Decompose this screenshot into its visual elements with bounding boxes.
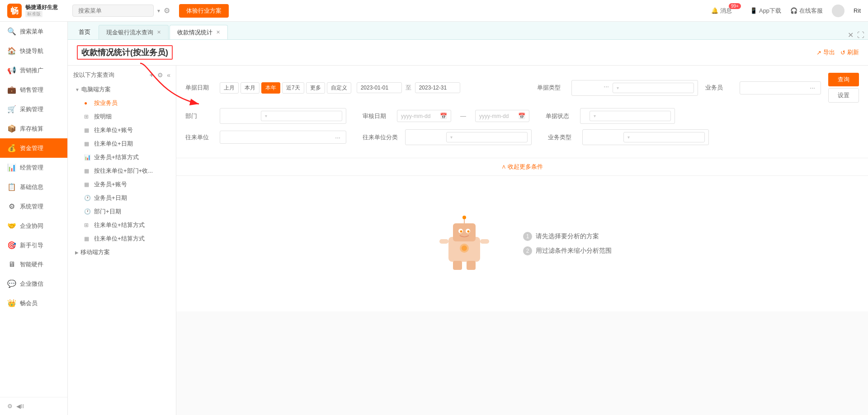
sidebar-item-wechat[interactable]: 💬 企业微信 bbox=[0, 274, 67, 293]
user-avatar[interactable] bbox=[832, 5, 844, 17]
tab-bank-flow[interactable]: 现金银行流水查询 ✕ bbox=[99, 25, 169, 39]
partner-more-icon[interactable]: ··· bbox=[333, 134, 342, 141]
audit-start-placeholder: yyyy-mm-dd bbox=[401, 113, 430, 119]
scheme-item-dept-date[interactable]: 🕐 部门+日期 bbox=[71, 205, 172, 218]
sidebar-item-finance[interactable]: 💰 资金管理 bbox=[0, 138, 67, 158]
collab-icon: 🤝 bbox=[7, 222, 16, 230]
doc-type-arrow-icon: ▾ bbox=[613, 83, 694, 93]
date-btn-last-month[interactable]: 上月 bbox=[220, 82, 239, 94]
sidebar-item-system[interactable]: ⚙ 系统管理 bbox=[0, 197, 67, 216]
date-btn-7days[interactable]: 近7天 bbox=[282, 82, 304, 94]
collapse-sidebar-icon[interactable]: ◀II bbox=[16, 403, 24, 410]
dept-select[interactable]: ▾ bbox=[220, 108, 346, 124]
settings-button[interactable]: 设置 bbox=[828, 88, 859, 103]
tab-bank-flow-label: 现金银行流水查询 bbox=[106, 28, 153, 37]
scheme-item-partner-settlement2[interactable]: ▦ 往来单位+结算方式 bbox=[71, 232, 172, 245]
doc-type-more-icon[interactable]: ··· bbox=[602, 83, 611, 93]
date-btn-this-year[interactable]: 本年 bbox=[261, 82, 280, 94]
sidebar-item-inventory[interactable]: 📦 库存核算 bbox=[0, 119, 67, 138]
partner-settlement2-icon: ▦ bbox=[84, 236, 91, 242]
logo-icon: 畅 bbox=[7, 4, 22, 18]
scheme-label-detail: 按明细 bbox=[94, 113, 112, 121]
sidebar-label-purchase: 采购管理 bbox=[20, 105, 43, 113]
trial-btn[interactable]: 体验行业方案 bbox=[179, 4, 229, 18]
salesperson-select[interactable]: ··· bbox=[740, 81, 821, 94]
tree-mobile-label: 移动端方案 bbox=[80, 248, 110, 256]
partner-category-select[interactable]: ▾ bbox=[405, 129, 532, 145]
audit-date-start[interactable]: yyyy-mm-dd 📅 bbox=[397, 110, 451, 122]
sidebar-item-operations[interactable]: 📊 经营管理 bbox=[0, 158, 67, 177]
sidebar-item-collab[interactable]: 🤝 企业协同 bbox=[0, 216, 67, 236]
dropdown-arrow-icon: ▾ bbox=[157, 8, 160, 14]
app-download-area[interactable]: 📱 App下载 bbox=[750, 7, 781, 15]
online-service-area[interactable]: 🎧 在线客服 bbox=[790, 7, 823, 15]
scheme-item-partner-account[interactable]: ▦ 往来单位+账号 bbox=[71, 123, 172, 137]
system-icon: ⚙ bbox=[7, 202, 16, 211]
app-download-label: App下载 bbox=[759, 7, 781, 15]
search-icon: 🔍 bbox=[7, 27, 16, 36]
tree-header-mobile[interactable]: ▶ 移动端方案 bbox=[71, 245, 172, 259]
audit-date-end[interactable]: yyyy-mm-dd 📅 bbox=[475, 110, 529, 122]
scheme-item-salesperson-account[interactable]: ▦ 业务员+账号 bbox=[71, 178, 172, 191]
sidebar-item-quicknav[interactable]: 🏠 快捷导航 bbox=[0, 41, 67, 61]
date-btn-this-month[interactable]: 本月 bbox=[241, 82, 259, 94]
sidebar-item-sales[interactable]: 💼 销售管理 bbox=[0, 80, 67, 99]
main-layout: 🔍 搜索菜单 🏠 快捷导航 📢 营销推广 💼 销售管理 🛒 采购管理 📦 库存核… bbox=[0, 22, 868, 415]
partner-select[interactable]: ··· bbox=[220, 131, 346, 144]
export-button[interactable]: ↗ 导出 bbox=[816, 48, 835, 57]
sidebar-item-purchase[interactable]: 🛒 采购管理 bbox=[0, 99, 67, 119]
add-scheme-icon[interactable]: + bbox=[150, 71, 154, 79]
sidebar-item-basics[interactable]: 📋 基础信息 bbox=[0, 177, 67, 197]
partner-settlement1-icon: ⊞ bbox=[84, 222, 91, 228]
tab-home[interactable]: 首页 bbox=[71, 25, 98, 39]
svg-rect-10 bbox=[453, 261, 462, 270]
header-search-input[interactable] bbox=[72, 5, 154, 17]
empty-step-2: 2 用过滤条件来缩小分析范围 bbox=[523, 246, 612, 255]
scheme-item-partner-dept[interactable]: ▦ 按往来单位+部门+收... bbox=[71, 164, 172, 178]
refresh-button[interactable]: ↺ 刷新 bbox=[840, 48, 859, 57]
sidebar-item-search[interactable]: 🔍 搜索菜单 bbox=[0, 22, 67, 41]
salesperson-scheme-icon: ● bbox=[84, 100, 91, 106]
tab-bank-flow-close[interactable]: ✕ bbox=[157, 29, 161, 35]
date-btn-custom[interactable]: 自定义 bbox=[327, 82, 351, 94]
scheme-item-salesperson-date[interactable]: 🕐 业务员+日期 bbox=[71, 191, 172, 205]
calendar-end-icon[interactable]: 📅 bbox=[518, 113, 525, 119]
query-button[interactable]: 查询 bbox=[828, 73, 859, 86]
sidebar-item-vip[interactable]: 👑 畅会员 bbox=[0, 293, 67, 313]
page-header-actions: ↗ 导出 ↺ 刷新 bbox=[816, 48, 859, 57]
dept-date-icon: 🕐 bbox=[84, 208, 91, 215]
sidebar-item-marketing[interactable]: 📢 营销推广 bbox=[0, 61, 67, 80]
notification-area[interactable]: 🔔 消息 99+ bbox=[711, 7, 732, 15]
settings-bottom-icon[interactable]: ⚙ bbox=[7, 403, 13, 410]
tab-receipt-stats-close[interactable]: ✕ bbox=[216, 29, 220, 35]
salesperson-more-icon[interactable]: ··· bbox=[808, 84, 817, 91]
left-panel: 按以下方案查询 + ⚙ « ▼ 电脑端方案 ● 按业务员 bbox=[68, 66, 176, 415]
scheme-item-salesperson[interactable]: ● 按业务员 bbox=[71, 96, 172, 110]
date-start-input[interactable] bbox=[357, 82, 402, 93]
tree-header-label: 电脑端方案 bbox=[81, 85, 111, 94]
doc-type-select[interactable]: ··· ▾ bbox=[571, 80, 698, 96]
audit-end-placeholder: yyyy-mm-dd bbox=[479, 113, 509, 119]
doc-status-select[interactable]: ▾ bbox=[580, 108, 675, 124]
collapse-bar[interactable]: ∧ 收起更多条件 bbox=[176, 158, 868, 176]
sidebar-item-hardware[interactable]: 🖥 智能硬件 bbox=[0, 255, 67, 274]
scheme-item-partner-settlement1[interactable]: ⊞ 往来单位+结算方式 bbox=[71, 218, 172, 232]
date-btn-more[interactable]: 更多 bbox=[306, 82, 325, 94]
date-end-input[interactable] bbox=[415, 82, 460, 93]
calendar-start-icon[interactable]: 📅 bbox=[440, 113, 447, 119]
window-maximize-icon[interactable]: ⛶ bbox=[857, 31, 864, 39]
tree-header-desktop[interactable]: ▼ 电脑端方案 bbox=[71, 83, 172, 96]
scheme-item-partner-date[interactable]: ▦ 往来单位+日期 bbox=[71, 137, 172, 151]
tab-receipt-stats[interactable]: 收款情况统计 ✕ bbox=[170, 25, 228, 39]
window-close-icon[interactable]: ✕ bbox=[848, 31, 854, 39]
collapse-panel-icon[interactable]: « bbox=[167, 71, 170, 79]
sidebar-label-system: 系统管理 bbox=[20, 203, 43, 211]
doc-type-value bbox=[576, 84, 581, 92]
dept-value bbox=[224, 112, 229, 120]
scheme-item-detail[interactable]: ⊞ 按明细 bbox=[71, 110, 172, 123]
scheme-item-salesperson-settlement[interactable]: 📊 业务员+结算方式 bbox=[71, 151, 172, 164]
biz-type-select[interactable]: ▾ bbox=[582, 129, 709, 145]
scheme-settings-icon[interactable]: ⚙ bbox=[157, 71, 163, 79]
sidebar-item-guide[interactable]: 🎯 新手引导 bbox=[0, 236, 67, 255]
settings-icon[interactable]: ⚙ bbox=[164, 6, 170, 15]
